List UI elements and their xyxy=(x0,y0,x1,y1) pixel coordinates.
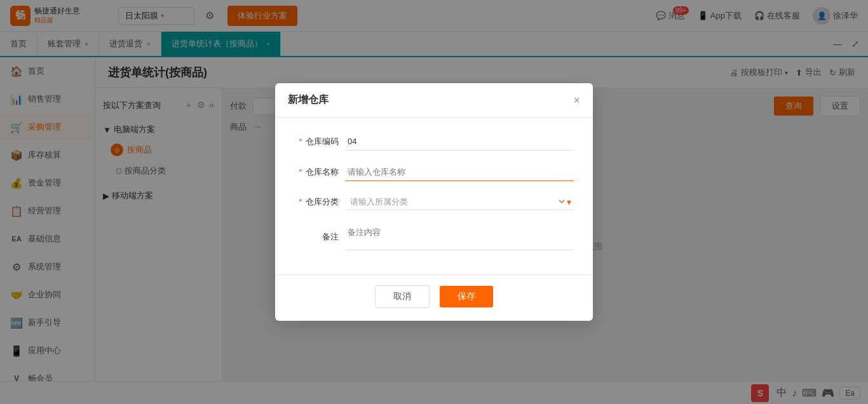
cancel-button[interactable]: 取消 xyxy=(375,285,430,308)
warehouse-name-input[interactable] xyxy=(345,163,574,181)
modal-overlay: 新增仓库 × * 仓库编码 * 仓库名称 xyxy=(0,0,868,404)
warehouse-code-input[interactable] xyxy=(345,133,574,151)
modal-row-remark: 备注 xyxy=(294,223,574,250)
code-label: * 仓库编码 xyxy=(294,136,345,147)
modal-title: 新增仓库 xyxy=(288,93,329,107)
category-label: * 仓库分类 xyxy=(294,196,345,208)
modal-row-name: * 仓库名称 xyxy=(294,163,574,181)
modal-new-warehouse: 新增仓库 × * 仓库编码 * 仓库名称 xyxy=(275,83,593,321)
remark-label: 备注 xyxy=(294,231,345,243)
modal-row-code: * 仓库编码 xyxy=(294,133,574,151)
name-label: * 仓库名称 xyxy=(294,166,345,178)
modal-close-button[interactable]: × xyxy=(573,95,580,106)
remark-textarea[interactable] xyxy=(345,223,574,250)
modal-footer: 取消 保存 xyxy=(275,274,593,321)
modal-row-category: * 仓库分类 请输入所属分类 ▾ xyxy=(294,194,574,210)
category-select-wrap: 请输入所属分类 ▾ xyxy=(345,194,574,210)
modal-body: * 仓库编码 * 仓库名称 * 仓库分类 xyxy=(275,118,593,269)
save-button[interactable]: 保存 xyxy=(440,286,493,307)
warehouse-category-select[interactable]: 请输入所属分类 xyxy=(348,196,567,207)
category-dropdown-arrow: ▾ xyxy=(567,197,571,207)
modal-header: 新增仓库 × xyxy=(275,83,593,118)
